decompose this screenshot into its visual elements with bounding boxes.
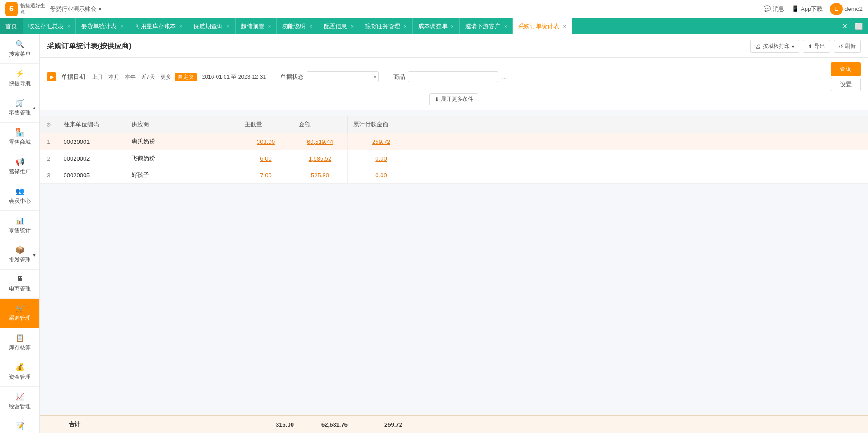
logo-area: 6 畅捷通好生意 (5, 2, 45, 16)
amount-link-3[interactable]: 525.80 (311, 172, 329, 179)
filter-row-2: ⬇ 展开更多条件 (47, 91, 861, 105)
tab-pick-task[interactable]: 拣货任务管理 × (359, 18, 412, 34)
goods-filter-group: 商品 … (393, 71, 507, 82)
shortcut-this-month[interactable]: 本月 (107, 72, 121, 82)
close-icon[interactable]: × (268, 24, 271, 29)
tab-inventory-book[interactable]: 可用量库存账本 × (129, 18, 188, 34)
sidebar-item-inventory[interactable]: 📋 库存核算 (0, 328, 39, 357)
tab-order-stats[interactable]: 要货单统计表 × (76, 18, 129, 34)
nav-tabs: 首页 收发存汇总表 × 要货单统计表 × 可用量库存账本 × 保质期查询 × 超… (0, 18, 868, 34)
cell-paid-3[interactable]: 0.00 (347, 167, 415, 184)
filter-area: ▶ 单据日期 上月 本月 本年 近7天 更多 自定义 2016-01-01 至 … (40, 58, 868, 110)
sidebar-item-marketing[interactable]: 📢 营销推广 (0, 152, 39, 181)
close-icon[interactable]: × (504, 24, 507, 29)
tab-config-info[interactable]: 配置信息 × (318, 18, 359, 34)
table-row: 2 00020002 飞鹤奶粉 6.00 1,586.52 0.00 (40, 150, 868, 167)
close-icon[interactable]: × (226, 24, 229, 29)
col-header-code: 往来单位编码 (58, 116, 126, 133)
cell-qty-3[interactable]: 7.00 (239, 167, 293, 184)
tab-home[interactable]: 首页 (0, 18, 23, 34)
close-icon[interactable]: × (309, 24, 312, 29)
cell-qty-2[interactable]: 6.00 (239, 150, 293, 167)
date-custom-tag[interactable]: 自定义 (175, 73, 197, 81)
paid-link-1[interactable]: 259.72 (372, 138, 390, 145)
sidebar-label-ecommerce: 电商管理 (9, 285, 31, 293)
tab-config-info-label: 配置信息 (324, 22, 347, 30)
paid-link-3[interactable]: 0.00 (375, 172, 387, 179)
close-icon[interactable]: × (563, 24, 566, 29)
sidebar-item-wholesale-mgmt[interactable]: 📦 批发管理 ▼ (0, 240, 39, 270)
close-icon[interactable]: × (120, 24, 123, 29)
amount-link-2[interactable]: 1,586.52 (309, 155, 332, 162)
tab-invite-downstream[interactable]: 邀请下游客户 × (460, 18, 513, 34)
close-icon[interactable]: × (179, 24, 182, 29)
sidebar-item-search[interactable]: 🔍 搜索菜单 (0, 34, 39, 64)
paid-link-2[interactable]: 0.00 (375, 155, 387, 162)
goods-more-icon[interactable]: … (501, 73, 507, 81)
tab-overstock-warning[interactable]: 超储预警 × (236, 18, 277, 34)
user-menu[interactable]: E demo2 (830, 3, 863, 15)
sidebar-item-retail-mgmt[interactable]: 🛒 零售管理 ▲ (0, 93, 39, 123)
cell-supplier-3: 好孩子 (126, 167, 239, 184)
shortcut-this-year[interactable]: 本年 (123, 72, 137, 82)
avatar: E (830, 3, 843, 15)
goods-search-input[interactable] (408, 71, 498, 82)
close-icon[interactable]: × (351, 24, 354, 29)
sidebar-item-finance[interactable]: 💰 资金管理 (0, 357, 39, 387)
page-header: 采购订单统计表(按供应商) 🖨 按模板打印 ▾ ⬆ 导出 ↺ 刷新 (40, 34, 868, 58)
tab-function-desc[interactable]: 功能说明 × (277, 18, 318, 34)
table-footer: 合计 316.00 62,631.76 259.72 (40, 415, 868, 433)
app-download-btn[interactable]: 📱 App下载 (792, 5, 823, 13)
cell-amount-3[interactable]: 525.80 (293, 167, 347, 184)
message-btn[interactable]: 💬 消息 (764, 5, 784, 13)
tab-receive-summary[interactable]: 收发存汇总表 × (23, 18, 76, 34)
close-icon[interactable]: × (67, 24, 70, 29)
shortcut-more[interactable]: 更多 (159, 72, 173, 82)
status-select[interactable] (307, 71, 379, 82)
cell-amount-2[interactable]: 1,586.52 (293, 150, 347, 167)
sidebar-label-wholesale-mgmt: 批发管理 (9, 256, 31, 264)
column-settings-icon[interactable]: ⚙ (46, 121, 52, 128)
close-icon[interactable]: × (451, 24, 454, 29)
export-button[interactable]: ⬆ 导出 (803, 40, 830, 53)
query-button[interactable]: 查询 (831, 62, 861, 76)
sidebar-item-member-center[interactable]: 👥 会员中心 (0, 181, 39, 211)
close-icon[interactable]: × (404, 24, 406, 29)
sidebar-item-retail-stats[interactable]: 📊 零售统计 (0, 211, 39, 240)
sidebar-item-quicknav[interactable]: ⚡ 快捷导航 (0, 64, 39, 93)
tab-cost-adjust[interactable]: 成本调整单 × (413, 18, 460, 34)
table-row: 1 00020001 惠氏奶粉 303.00 60,519.44 259.72 (40, 133, 868, 150)
cell-paid-2[interactable]: 0.00 (347, 150, 415, 167)
amount-link-1[interactable]: 60,519.44 (307, 138, 333, 145)
tab-expiry-query[interactable]: 保质期查询 × (188, 18, 235, 34)
workspace-selector[interactable]: 母婴行业演示账套 ▾ (50, 5, 759, 13)
sidebar-item-operation[interactable]: 📈 经营管理 (0, 387, 39, 416)
shortcut-last-month[interactable]: 上月 (90, 72, 105, 82)
shortcut-7days[interactable]: 近7天 (139, 72, 157, 82)
tab-purchase-summary[interactable]: 采购订单统计表 × (513, 18, 571, 34)
cell-amount-1[interactable]: 60,519.44 (293, 133, 347, 150)
sidebar-item-retail-mall[interactable]: 🏪 零售商城 (0, 123, 39, 152)
sidebar-item-basic-info[interactable]: 📝 基础信息 (0, 416, 39, 433)
qty-link-1[interactable]: 303.00 (257, 138, 275, 145)
cell-qty-1[interactable]: 303.00 (239, 133, 293, 150)
logo-char: 6 (9, 5, 14, 13)
refresh-button[interactable]: ↺ 刷新 (834, 40, 861, 53)
cell-paid-1[interactable]: 259.72 (347, 133, 415, 150)
qty-link-3[interactable]: 7.00 (260, 172, 271, 179)
sidebar-label-member-center: 会员中心 (9, 197, 31, 205)
sidebar-label-finance: 资金管理 (9, 373, 31, 381)
filter-collapse-btn[interactable]: ▶ (47, 72, 56, 81)
maximize-btn[interactable]: ⬜ (853, 21, 864, 32)
expand-more-button[interactable]: ⬇ 展开更多条件 (429, 93, 478, 105)
date-filter-label: 单据日期 (61, 73, 85, 81)
qty-link-2[interactable]: 6.00 (260, 155, 271, 162)
arrow-icon: ▼ (32, 252, 37, 257)
close-all-tabs-btn[interactable]: ✕ (840, 21, 849, 32)
tab-receive-summary-label: 收发存汇总表 (28, 22, 64, 30)
settings-button[interactable]: 设置 (831, 78, 861, 91)
sidebar-item-ecommerce[interactable]: 🖥 电商管理 (0, 270, 39, 299)
print-button[interactable]: 🖨 按模板打印 ▾ (750, 40, 799, 53)
cell-extra-3 (415, 167, 868, 184)
sidebar-item-purchase-mgmt[interactable]: 🛒 采购管理 (0, 299, 39, 328)
